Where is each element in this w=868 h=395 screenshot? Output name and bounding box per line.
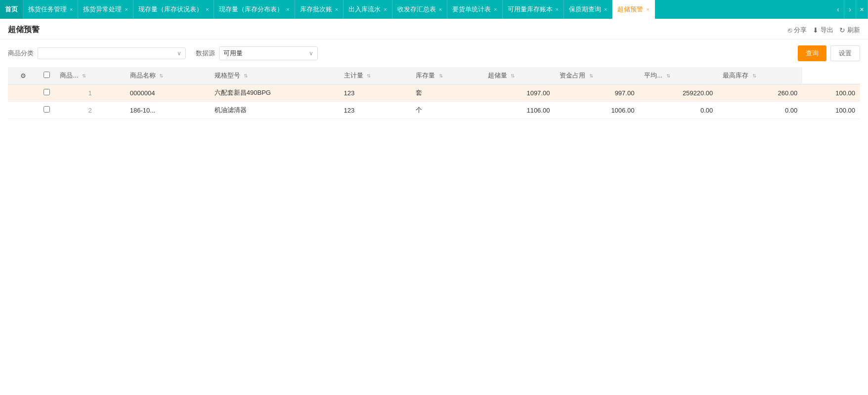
header-actions: ⎋ 分享 ⬇ 导出 ↻ 刷新 xyxy=(788,26,860,35)
table-body: 1 0000004 六配套新昌490BPG 123 套 1097.00 997.… xyxy=(8,84,860,119)
td-spec: 123 xyxy=(339,102,411,119)
close-stock-dist[interactable]: × xyxy=(286,6,289,12)
th-stock-qty-label: 库存量 xyxy=(416,72,435,79)
datasource-chevron-icon: ∨ xyxy=(309,50,313,57)
td-overstock-qty: 997.00 xyxy=(555,84,639,102)
nav-tabs: 首页 拣货任务管理 × 拣货异常处理 × 现存量（库存状况表） × 现存量（库存… xyxy=(0,0,832,19)
th-capital-occ-label: 资金占用 xyxy=(560,72,585,79)
nav-tab-stock-status[interactable]: 现存量（库存状况表） × xyxy=(133,0,214,19)
td-capital-occ: 0.00 xyxy=(639,102,718,119)
sort-product-code-icon: ⇅ xyxy=(82,73,86,79)
nav-tab-pick-exception[interactable]: 拣货异常处理 × xyxy=(78,0,133,19)
row-checkbox-0[interactable] xyxy=(43,89,50,95)
th-checkbox xyxy=(39,67,55,84)
datasource-label: 数据源 xyxy=(196,49,215,58)
category-select[interactable]: ∨ xyxy=(38,47,186,59)
nav-arrow-close[interactable]: × xyxy=(856,0,868,19)
th-product-code-label: 商品... xyxy=(60,72,78,79)
th-spec-label: 规格型号 xyxy=(215,72,240,79)
filter-area: 商品分类 ∨ 数据源 可用量 ∨ 查询 设置 xyxy=(0,40,868,67)
select-all-checkbox[interactable] xyxy=(43,72,50,78)
close-shelf-life[interactable]: × xyxy=(604,6,607,12)
table-row: 1 0000004 六配套新昌490BPG 123 套 1097.00 997.… xyxy=(8,84,860,102)
close-stock-summary[interactable]: × xyxy=(439,6,442,12)
th-stock-qty[interactable]: 库存量 ⇅ xyxy=(411,67,483,84)
td-product-name: 机油滤清器 xyxy=(210,102,339,119)
th-product-code[interactable]: 商品... ⇅ xyxy=(55,67,125,84)
td-capital-occ: 259220.00 xyxy=(639,84,718,102)
nav-tab-stock-summary[interactable]: 收发存汇总表 × xyxy=(392,0,447,19)
category-filter: 商品分类 ∨ xyxy=(8,47,186,59)
sort-overstock-qty-icon: ⇅ xyxy=(511,73,515,79)
td-product-code: 186-10... xyxy=(125,102,210,119)
td-num: 2 xyxy=(55,102,125,119)
td-avg: 260.00 xyxy=(718,84,802,102)
th-capital-occ[interactable]: 资金占用 ⇅ xyxy=(555,67,639,84)
td-unit: 套 xyxy=(411,84,483,102)
gear-icon[interactable]: ⚙ xyxy=(20,72,26,79)
sort-unit-icon: ⇅ xyxy=(367,73,371,79)
close-pick-exception[interactable]: × xyxy=(125,6,128,12)
td-overstock-qty: 1006.00 xyxy=(555,102,639,119)
export-icon: ⬇ xyxy=(813,26,819,34)
nav-tab-stock-flow[interactable]: 出入库流水 × xyxy=(344,0,392,19)
th-unit-label: 主计量 xyxy=(344,72,363,79)
nav-tab-pick-task[interactable]: 拣货任务管理 × xyxy=(23,0,78,19)
page-title: 超储预警 xyxy=(8,25,40,35)
category-label: 商品分类 xyxy=(8,49,34,58)
close-pick-task[interactable]: × xyxy=(70,6,73,12)
close-stock-flow[interactable]: × xyxy=(384,6,387,12)
th-avg-label: 平均... xyxy=(644,72,662,79)
nav-tab-overstock[interactable]: 超储预警 × xyxy=(612,0,654,19)
query-button[interactable]: 查询 xyxy=(798,45,826,61)
top-nav: 首页 拣货任务管理 × 拣货异常处理 × 现存量（库存状况表） × 现存量（库存… xyxy=(0,0,868,19)
td-checkbox xyxy=(39,84,55,102)
data-table: ⚙ 商品... ⇅ 商品名称 ⇅ 规格型号 ⇅ xyxy=(8,67,860,119)
th-overstock-qty[interactable]: 超储量 ⇅ xyxy=(483,67,555,84)
nav-tab-order-stat[interactable]: 要货单统计表 × xyxy=(447,0,502,19)
nav-tab-stock-batch[interactable]: 库存批次账 × xyxy=(295,0,344,19)
close-avail-stock[interactable]: × xyxy=(556,6,559,12)
export-button[interactable]: ⬇ 导出 xyxy=(813,26,833,35)
td-checkbox xyxy=(39,102,55,119)
th-spec[interactable]: 规格型号 ⇅ xyxy=(210,67,339,84)
close-stock-batch[interactable]: × xyxy=(335,6,338,12)
table-container: ⚙ 商品... ⇅ 商品名称 ⇅ 规格型号 ⇅ xyxy=(0,67,868,119)
sort-capital-occ-icon: ⇅ xyxy=(589,73,593,79)
th-max-stock[interactable]: 最高库存 ⇅ xyxy=(718,67,802,84)
th-product-name[interactable]: 商品名称 ⇅ xyxy=(125,67,210,84)
settings-button[interactable]: 设置 xyxy=(830,45,860,61)
th-settings: ⚙ xyxy=(8,67,39,84)
datasource-select[interactable]: 可用量 ∨ xyxy=(219,46,318,60)
td-max-stock: 100.00 xyxy=(802,102,860,119)
td-product-name: 六配套新昌490BPG xyxy=(210,84,339,102)
nav-tab-shelf-life[interactable]: 保质期查询 × xyxy=(564,0,612,19)
datasource-filter: 数据源 可用量 ∨ xyxy=(196,46,318,60)
close-overstock[interactable]: × xyxy=(646,6,649,12)
td-stock-qty: 1097.00 xyxy=(483,84,555,102)
row-checkbox-1[interactable] xyxy=(43,106,50,113)
filter-actions: 查询 设置 xyxy=(798,45,860,61)
page-header: 超储预警 ⎋ 分享 ⬇ 导出 ↻ 刷新 xyxy=(0,19,868,40)
share-button[interactable]: ⎋ 分享 xyxy=(788,26,807,35)
td-max-stock: 100.00 xyxy=(802,84,860,102)
td-product-code: 0000004 xyxy=(125,84,210,102)
td-stock-qty: 1106.00 xyxy=(483,102,555,119)
category-chevron-icon: ∨ xyxy=(177,50,181,57)
sort-product-name-icon: ⇅ xyxy=(159,73,163,79)
nav-tab-avail-stock[interactable]: 可用量库存账本 × xyxy=(503,0,564,19)
td-unit: 个 xyxy=(411,102,483,119)
nav-arrow-left[interactable]: ‹ xyxy=(832,0,844,19)
close-stock-status[interactable]: × xyxy=(206,6,209,12)
th-overstock-qty-label: 超储量 xyxy=(488,72,507,79)
close-order-stat[interactable]: × xyxy=(494,6,497,12)
th-avg[interactable]: 平均... ⇅ xyxy=(639,67,718,84)
sort-spec-icon: ⇅ xyxy=(244,73,248,79)
nav-arrow-right[interactable]: › xyxy=(844,0,856,19)
refresh-icon: ↻ xyxy=(839,26,845,34)
th-max-stock-label: 最高库存 xyxy=(723,72,748,79)
refresh-button[interactable]: ↻ 刷新 xyxy=(839,26,860,35)
th-unit[interactable]: 主计量 ⇅ xyxy=(339,67,411,84)
nav-tab-home[interactable]: 首页 xyxy=(0,0,23,19)
nav-tab-stock-dist[interactable]: 现存量（库存分布表） × xyxy=(214,0,295,19)
